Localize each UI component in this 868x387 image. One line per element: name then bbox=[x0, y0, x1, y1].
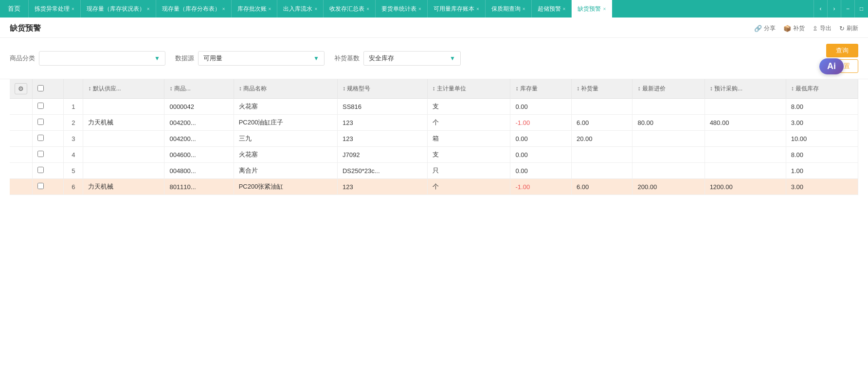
gear-settings-btn[interactable]: ⚙ bbox=[15, 83, 27, 94]
row-spec-model: 123 bbox=[337, 131, 427, 147]
row-latest-price: 80.00 bbox=[633, 115, 705, 131]
tab-prev-btn[interactable]: ‹ bbox=[814, 0, 827, 18]
data-table: ⚙ ↕ 默认供应... ↕ 商品... ↕ 商品名称 bbox=[10, 79, 858, 195]
row-checkbox[interactable] bbox=[37, 135, 44, 141]
row-product-name: PC200油缸庄子 bbox=[234, 115, 337, 131]
tab-4-close[interactable]: × bbox=[269, 6, 271, 12]
tab-9-close[interactable]: × bbox=[523, 6, 525, 12]
product-category-arrow: ▼ bbox=[154, 55, 160, 62]
row-latest-price bbox=[633, 99, 705, 115]
tab-2-close[interactable]: × bbox=[147, 6, 150, 12]
tab-1[interactable]: 拣货异常处理 × bbox=[29, 0, 81, 18]
row-gear-cell bbox=[10, 179, 33, 195]
tab-minimize-btn[interactable]: − bbox=[841, 0, 854, 18]
tab-11[interactable]: 缺货预警 × bbox=[572, 0, 612, 18]
row-checkbox[interactable] bbox=[37, 167, 44, 173]
select-all-checkbox[interactable] bbox=[37, 85, 44, 91]
row-supplement-qty bbox=[571, 147, 632, 163]
supplement-button[interactable]: 📦 补货 bbox=[783, 24, 805, 33]
row-checkbox[interactable] bbox=[37, 103, 44, 109]
product-category-select[interactable]: ▼ bbox=[39, 51, 165, 66]
data-source-arrow: ▼ bbox=[313, 55, 319, 62]
row-product-name: PC200张紧油缸 bbox=[234, 179, 337, 195]
table-row: 3 004200... 三九 123 箱 0.00 20.00 10.00 bbox=[10, 131, 858, 147]
row-num: 2 bbox=[64, 115, 83, 131]
row-min-stock: 10.00 bbox=[786, 131, 858, 147]
table-row: 4 004600... 火花塞 J7092 支 0.00 8.00 bbox=[10, 147, 858, 163]
tab-5-close[interactable]: × bbox=[314, 6, 317, 12]
replenishment-base-select[interactable]: 安全库存 ▼ bbox=[363, 51, 461, 66]
table-row: 1 0000042 火花塞 SS816 支 0.00 8.00 bbox=[10, 99, 858, 115]
tab-6-close[interactable]: × bbox=[366, 6, 369, 12]
row-supplement-qty: 6.00 bbox=[571, 179, 632, 195]
tab-9[interactable]: 保质期查询 × bbox=[486, 0, 532, 18]
share-icon: 🔗 bbox=[754, 25, 762, 32]
tab-home[interactable]: 首页 bbox=[0, 0, 29, 18]
row-checkbox-cell bbox=[33, 99, 64, 115]
col-unit: ↕ 主计量单位 bbox=[427, 79, 510, 99]
tab-5[interactable]: 出入库流水 × bbox=[277, 0, 324, 18]
share-button[interactable]: 🔗 分享 bbox=[754, 24, 776, 33]
row-latest-price: 200.00 bbox=[633, 179, 705, 195]
row-est-purchase bbox=[705, 147, 786, 163]
col-min-stock: ↕ 最低库存 bbox=[786, 79, 858, 99]
row-num: 4 bbox=[64, 147, 83, 163]
row-gear-cell bbox=[10, 147, 33, 163]
row-min-stock: 8.00 bbox=[786, 147, 858, 163]
query-button[interactable]: 查询 bbox=[826, 44, 858, 57]
row-gear-cell bbox=[10, 115, 33, 131]
row-default-supplier bbox=[83, 131, 164, 147]
row-checkbox[interactable] bbox=[37, 119, 44, 125]
tab-3-close[interactable]: × bbox=[222, 6, 225, 12]
row-num: 1 bbox=[64, 99, 83, 115]
row-spec-model: J7092 bbox=[337, 147, 427, 163]
row-min-stock: 3.00 bbox=[786, 179, 858, 195]
tab-3[interactable]: 现存量（库存分布表） × bbox=[156, 0, 232, 18]
replenishment-base-label: 补货基数 bbox=[334, 54, 360, 63]
row-default-supplier bbox=[83, 163, 164, 179]
row-stock-qty: 0.00 bbox=[510, 163, 571, 179]
row-stock-qty: 0.00 bbox=[510, 147, 571, 163]
data-source-select[interactable]: 可用量 ▼ bbox=[198, 51, 325, 66]
export-button[interactable]: ⇫ 导出 bbox=[813, 24, 832, 33]
row-product-code: 004800... bbox=[164, 163, 234, 179]
tab-8[interactable]: 可用量库存账本 × bbox=[428, 0, 486, 18]
row-min-stock: 8.00 bbox=[786, 99, 858, 115]
row-unit: 箱 bbox=[427, 131, 510, 147]
tab-10-close[interactable]: × bbox=[563, 6, 566, 12]
row-stock-qty: -1.00 bbox=[510, 179, 571, 195]
row-product-code: 004200... bbox=[164, 131, 234, 147]
col-spec-model: ↕ 规格型号 bbox=[337, 79, 427, 99]
row-est-purchase: 480.00 bbox=[705, 115, 786, 131]
row-default-supplier bbox=[83, 99, 164, 115]
ai-badge[interactable]: Ai bbox=[819, 58, 844, 74]
tab-10[interactable]: 超储预警 × bbox=[532, 0, 572, 18]
row-gear-cell bbox=[10, 163, 33, 179]
row-checkbox-cell bbox=[33, 163, 64, 179]
row-product-code: 004600... bbox=[164, 147, 234, 163]
refresh-button[interactable]: ↻ 刷新 bbox=[839, 24, 858, 33]
row-default-supplier bbox=[83, 147, 164, 163]
tab-7[interactable]: 要货单统计表 × bbox=[376, 0, 428, 18]
tab-2[interactable]: 现存量（库存状况表） × bbox=[81, 0, 156, 18]
row-latest-price bbox=[633, 131, 705, 147]
tab-8-close[interactable]: × bbox=[476, 6, 479, 12]
row-min-stock: 3.00 bbox=[786, 115, 858, 131]
row-checkbox[interactable] bbox=[37, 151, 44, 157]
tab-11-close[interactable]: × bbox=[603, 6, 606, 12]
tab-1-close[interactable]: × bbox=[72, 6, 74, 12]
row-num: 3 bbox=[64, 131, 83, 147]
tab-4[interactable]: 库存批次账 × bbox=[232, 0, 278, 18]
tab-next-btn[interactable]: › bbox=[827, 0, 841, 18]
tab-7-close[interactable]: × bbox=[418, 6, 421, 12]
row-latest-price bbox=[633, 147, 705, 163]
row-unit: 个 bbox=[427, 179, 510, 195]
row-checkbox[interactable] bbox=[37, 183, 44, 189]
tab-maximize-btn[interactable]: □ bbox=[854, 0, 868, 18]
row-supplement-qty: 20.00 bbox=[571, 131, 632, 147]
row-est-purchase bbox=[705, 131, 786, 147]
row-default-supplier: 力天机械 bbox=[83, 115, 164, 131]
row-product-name: 三九 bbox=[234, 131, 337, 147]
tab-6[interactable]: 收发存汇总表 × bbox=[324, 0, 376, 18]
row-product-name: 离合片 bbox=[234, 163, 337, 179]
